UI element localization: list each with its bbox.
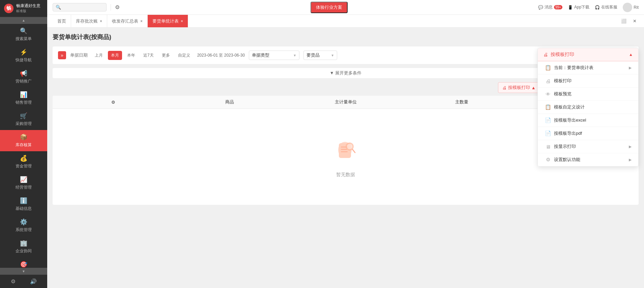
- search-input[interactable]: [62, 5, 104, 10]
- print-button[interactable]: 🖨 按模板打印 ▲: [498, 82, 540, 93]
- svg-rect-3: [341, 149, 347, 150]
- chevron-right-icon: ▶: [629, 66, 632, 70]
- display-print-item[interactable]: 🖥 按显示打印 ▶: [538, 140, 638, 153]
- dropdown-header-left: 🖨 按模板打印: [543, 52, 574, 58]
- system-icon: ⚙️: [20, 218, 27, 226]
- message-icon: 💬: [538, 5, 543, 10]
- table-col-unit: 主计量单位: [290, 99, 401, 105]
- pdf-icon: 📄: [545, 130, 551, 136]
- current-template-item[interactable]: 📋 当前：要货单统计表 ▶: [538, 61, 638, 74]
- template-pdf-item[interactable]: 📄 按模板导出pdf: [538, 127, 638, 140]
- goods-filter-label: 要货品: [306, 52, 320, 58]
- sidebar-item-inventory[interactable]: 📦 库存核算: [0, 130, 47, 151]
- avatar: [623, 3, 632, 12]
- tab-bar: 首页 库存批次账 × 收发存汇总表 × 要货单统计表 × ⬜ ✕: [47, 15, 644, 28]
- tab-receipt-summary-close[interactable]: ×: [140, 19, 143, 24]
- settings-footer-btn[interactable]: ⚙: [11, 278, 16, 285]
- username: Rit: [634, 5, 639, 10]
- shortcut-icon: ⚡: [20, 49, 27, 56]
- filter-expand-button[interactable]: »: [58, 51, 66, 59]
- logo-icon: 畅: [4, 4, 13, 13]
- custom-date-btn[interactable]: 自定义: [175, 51, 193, 60]
- table-col-goods: 商品: [174, 99, 285, 105]
- sales-icon: 📊: [20, 91, 27, 98]
- topbar-gear-icon[interactable]: ⚙: [115, 4, 120, 10]
- last7-btn[interactable]: 近7天: [140, 51, 157, 60]
- sidebar-item-system[interactable]: ⚙️ 系统管理: [0, 215, 47, 236]
- empty-icon: [332, 136, 359, 168]
- sidebar-item-sales[interactable]: 📊 销售管理: [0, 88, 47, 109]
- sidebar-item-purchase[interactable]: 🛒 采购管理: [0, 109, 47, 130]
- template-design-label: 模板自定义设计: [554, 104, 585, 110]
- template-excel-label: 按模板导出excel: [554, 117, 586, 123]
- speaker-footer-btn[interactable]: 🔊: [30, 278, 37, 285]
- goods-filter-select[interactable]: 要货品 ▼: [303, 51, 337, 60]
- template-print-label: 模板打印: [554, 78, 572, 84]
- preview-icon: 👁: [545, 91, 551, 97]
- online-service-button[interactable]: 🎧 在线客服: [595, 4, 617, 10]
- prev-month-btn[interactable]: 上月: [92, 51, 106, 60]
- search-icon: 🔍: [56, 5, 61, 10]
- sidebar-item-marketing[interactable]: 📢 营销推广: [0, 66, 47, 88]
- messages-button[interactable]: 💬 消息 99+: [538, 4, 562, 10]
- sidebar-nav: 🔍 搜索菜单 ⚡ 快捷导航 📢 营销推广 📊 销售管理 🛒 采购管理 📦 库存核…: [0, 24, 47, 268]
- svg-rect-4: [341, 151, 348, 152]
- marketing-icon: 📢: [20, 70, 27, 77]
- chevron-down-icon2: ▼: [331, 54, 334, 57]
- table-col-settings[interactable]: ⚙: [58, 100, 169, 105]
- sidebar-item-label: 库存核算: [16, 142, 32, 148]
- sidebar-item-enterprise[interactable]: 🏢 企业协同: [0, 236, 47, 257]
- sidebar-item-operations[interactable]: 📈 经营管理: [0, 172, 47, 194]
- print-dropdown: 🖨 按模板打印 ▲ 📋 当前：要货单统计表 ▶ 🖨 模板打印 👁: [537, 48, 639, 167]
- tab-order-stats-close[interactable]: ×: [181, 19, 183, 24]
- more-date-btn[interactable]: 更多: [159, 51, 173, 60]
- template-design-item[interactable]: 📋 模板自定义设计: [538, 101, 638, 114]
- template-print-item[interactable]: 🖨 模板打印: [538, 74, 638, 88]
- template-preview-item[interactable]: 👁 模板预览: [538, 88, 638, 101]
- order-type-select[interactable]: 单据类型 ▼: [249, 51, 299, 60]
- chevron-right-icon3: ▶: [629, 158, 632, 162]
- trial-button[interactable]: 体验行业方案: [311, 2, 348, 13]
- dropdown-header[interactable]: 🖨 按模板打印 ▲: [538, 48, 638, 61]
- design-icon: 📋: [545, 104, 551, 110]
- current-year-btn[interactable]: 本年: [124, 51, 138, 60]
- app-badge: 标准版: [16, 9, 40, 13]
- tab-receipt-summary[interactable]: 收发存汇总表 ×: [107, 15, 148, 27]
- user-profile[interactable]: Rit: [623, 3, 639, 12]
- sidebar-item-finance[interactable]: 💰 资金管理: [0, 151, 47, 172]
- gear-icon: ⚙: [545, 157, 551, 163]
- sidebar-scroll-down[interactable]: ▼: [0, 268, 47, 275]
- sidebar-logo[interactable]: 畅 畅康通好生意 标准版: [0, 0, 47, 17]
- default-func-item[interactable]: ⚙ 设置默认功能 ▶: [538, 153, 638, 166]
- printer-icon: 🖨: [502, 85, 507, 90]
- tab-order-stats[interactable]: 要货单统计表 ×: [148, 15, 188, 27]
- template-excel-item[interactable]: 📄 按模板导出excel: [538, 114, 638, 127]
- empty-text: 暂无数据: [336, 172, 355, 178]
- close-tab-btn[interactable]: ✕: [631, 17, 639, 25]
- app-download-button[interactable]: 📱 App下载: [568, 4, 589, 10]
- search-icon: 🔍: [20, 27, 27, 35]
- sidebar: 畅 畅康通好生意 标准版 ▲ 🔍 搜索菜单 ⚡ 快捷导航 📢 营销推广 📊 销售…: [0, 0, 47, 288]
- topbar-right: 💬 消息 99+ 📱 App下载 🎧 在线客服 Rit: [538, 3, 639, 12]
- sidebar-item-search[interactable]: 🔍 搜索菜单: [0, 24, 47, 45]
- tab-inventory-batch-label: 库存批次账: [76, 18, 98, 24]
- headset-icon: 🎧: [595, 5, 600, 10]
- sidebar-item-shortcut[interactable]: ⚡ 快捷导航: [0, 45, 47, 66]
- enterprise-icon: 🏢: [20, 239, 27, 247]
- print-dropdown-icon: 🖨: [543, 52, 548, 57]
- sidebar-item-label: 经营管理: [16, 185, 32, 190]
- sidebar-item-basic[interactable]: ℹ️ 基础信息: [0, 194, 47, 215]
- template-icon: 📋: [545, 65, 551, 71]
- maximize-tab-btn[interactable]: ⬜: [620, 17, 628, 25]
- page-title: 要货单统计表(按商品): [53, 33, 639, 41]
- sidebar-footer: ⚙ 🔊: [0, 275, 47, 288]
- sidebar-item-label: 搜索菜单: [16, 36, 32, 42]
- tab-home[interactable]: 首页: [53, 15, 71, 27]
- sidebar-item-newbie[interactable]: 🎯 新手引导: [0, 257, 47, 268]
- tab-inventory-batch[interactable]: 库存批次账 ×: [71, 15, 107, 27]
- topbar-search[interactable]: 🔍: [53, 3, 107, 11]
- display-icon: 🖥: [545, 144, 551, 150]
- current-month-btn[interactable]: 本月: [108, 51, 122, 60]
- sidebar-scroll-up[interactable]: ▲: [0, 17, 47, 24]
- tab-inventory-batch-close[interactable]: ×: [100, 19, 102, 24]
